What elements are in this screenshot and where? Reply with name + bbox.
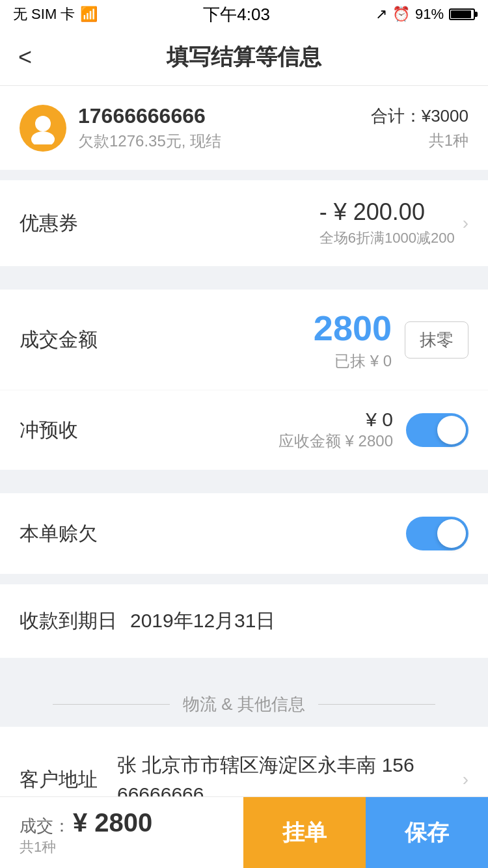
- content-area: 17666666666 欠款1276.35元, 现结 合计：¥3000 共1种 …: [0, 86, 488, 868]
- prepay-right: ¥ 0 应收金额 ¥ 2800: [278, 409, 468, 452]
- wifi-icon: 📶: [80, 6, 98, 23]
- deal-value: 2800: [314, 308, 392, 348]
- credit-label: 本单赊欠: [20, 521, 98, 547]
- nav-bar: < 填写结算等信息: [0, 29, 488, 86]
- address-label: 客户地址: [20, 766, 98, 793]
- gray-divider-2: [0, 480, 488, 493]
- logistics-line-right: [318, 704, 435, 705]
- footer: 成交： ¥ 2800 共1种 挂单 保存: [0, 796, 488, 868]
- amount-section: 成交金额 2800 已抹 ¥ 0 抹零 冲预收 ¥ 0 应收金额 ¥ 2800: [0, 290, 488, 470]
- deal-label: 成交金额: [20, 327, 98, 353]
- svg-point-0: [35, 116, 51, 131]
- coupon-row[interactable]: 优惠券 - ¥ 200.00 全场6折满1000减200 ›: [0, 180, 488, 266]
- user-left: 17666666666 欠款1276.35元, 现结: [20, 104, 221, 152]
- deal-value-wrap: 2800 已抹 ¥ 0: [314, 308, 392, 372]
- user-card: 17666666666 欠款1276.35元, 现结 合计：¥3000 共1种: [0, 86, 488, 170]
- user-phone: 17666666666: [78, 104, 221, 128]
- address-chevron-icon: ›: [463, 769, 468, 790]
- prepay-value-wrap: ¥ 0 应收金额 ¥ 2800: [278, 409, 393, 452]
- hang-button[interactable]: 挂单: [243, 797, 366, 869]
- footer-info: 成交： ¥ 2800 共1种: [0, 808, 243, 857]
- duedate-value: 2019年12月31日: [130, 608, 275, 634]
- logistics-text: 物流 & 其他信息: [183, 693, 305, 716]
- coupon-amount: - ¥ 200.00: [319, 198, 455, 226]
- status-bar: 无 SIM 卡 📶 下午4:03 ↗ ⏰ 91%: [0, 0, 488, 29]
- prepay-total: 应收金额 ¥ 2800: [278, 431, 393, 452]
- coupon-right: - ¥ 200.00 全场6折满1000减200 ›: [319, 198, 468, 248]
- carrier-text: 无 SIM 卡: [13, 5, 75, 24]
- gray-divider-1: [0, 277, 488, 290]
- duedate-label: 收款到期日: [20, 608, 117, 634]
- round-button[interactable]: 抹零: [405, 321, 468, 359]
- coupon-label: 优惠券: [20, 210, 78, 237]
- alarm-icon: ⏰: [392, 6, 410, 23]
- prepay-label: 冲预收: [20, 417, 78, 444]
- battery-percent: 91%: [415, 6, 444, 23]
- page-title: 填写结算等信息: [167, 42, 321, 72]
- avatar: [20, 105, 66, 152]
- save-button[interactable]: 保存: [366, 797, 488, 869]
- duedate-row: 收款到期日 2019年12月31日: [0, 584, 488, 658]
- total-count: 共1种: [371, 130, 468, 151]
- user-debt: 欠款1276.35元, 现结: [78, 131, 221, 152]
- deal-sub: 已抹 ¥ 0: [314, 351, 392, 372]
- battery-icon: [449, 8, 475, 20]
- deal-amount-row: 成交金额 2800 已抹 ¥ 0 抹零: [0, 290, 488, 390]
- footer-amount: ¥ 2800: [73, 808, 152, 837]
- credit-section: 本单赊欠: [0, 493, 488, 574]
- duedate-section: 收款到期日 2019年12月31日: [0, 584, 488, 658]
- credit-toggle[interactable]: [406, 517, 468, 550]
- status-left: 无 SIM 卡 📶: [13, 5, 98, 24]
- footer-deal-label: 成交：: [20, 815, 70, 837]
- location-icon: ↗: [375, 6, 387, 23]
- toggle-knob: [437, 416, 466, 444]
- svg-point-1: [31, 131, 55, 144]
- chevron-right-icon: ›: [463, 213, 468, 234]
- footer-count: 共1种: [20, 837, 224, 857]
- deal-right: 2800 已抹 ¥ 0 抹零: [314, 308, 468, 372]
- coupon-desc: 全场6折满1000减200: [319, 228, 455, 248]
- gray-divider-3: [0, 668, 488, 681]
- logistics-divider: 物流 & 其他信息: [0, 681, 488, 727]
- status-time: 下午4:03: [203, 3, 270, 26]
- status-right: ↗ ⏰ 91%: [375, 6, 475, 23]
- footer-deal-row: 成交： ¥ 2800: [20, 808, 224, 837]
- prepay-amount: ¥ 0: [278, 409, 393, 431]
- coupon-info: - ¥ 200.00 全场6折满1000减200: [319, 198, 455, 248]
- user-total: 合计：¥3000 共1种: [371, 105, 468, 151]
- total-amount: 合计：¥3000: [371, 105, 468, 128]
- prepay-row: 冲预收 ¥ 0 应收金额 ¥ 2800: [0, 390, 488, 470]
- back-button[interactable]: <: [18, 44, 32, 71]
- credit-toggle-knob: [437, 519, 466, 548]
- credit-row: 本单赊欠: [0, 493, 488, 574]
- user-info: 17666666666 欠款1276.35元, 现结: [78, 104, 221, 152]
- prepay-toggle[interactable]: [406, 413, 468, 447]
- logistics-line-left: [53, 704, 170, 705]
